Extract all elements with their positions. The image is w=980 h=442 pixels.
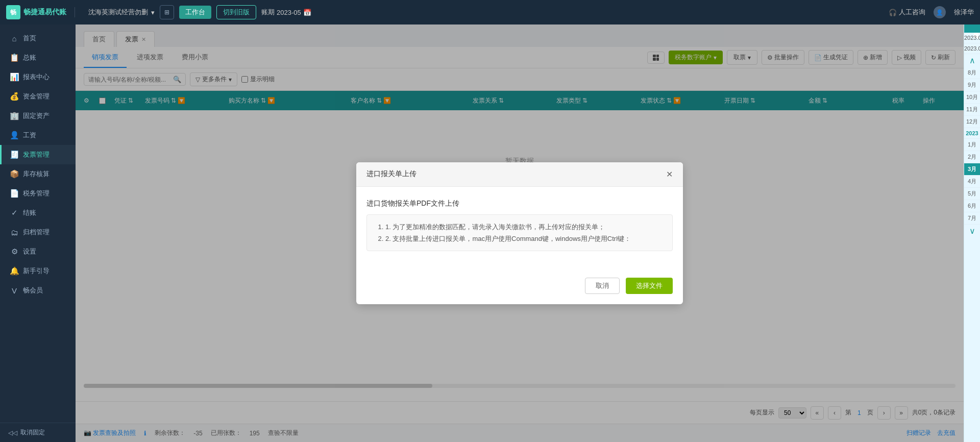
sidebar-label-inventory: 库存核算 [23,169,50,179]
period-display: 账期 2023-05 📅 [261,8,311,17]
period-9[interactable]: 9月 [964,79,980,91]
period-value: 2023-05 [277,9,301,16]
sidebar-item-home[interactable]: ⌂ 首页 [0,29,76,48]
topbar-right: 🎧 人工咨询 👤 徐泽华 [889,6,974,18]
sidebar-label-tax: 税务管理 [23,189,50,198]
sidebar-item-assets[interactable]: 🏢 固定资产 [0,106,76,126]
closing-icon: ✓ [10,208,19,217]
company-selector[interactable]: 沈海英测试经营勿删 ▾ [88,8,155,17]
period-10[interactable]: 10月 [964,91,980,104]
sidebar-item-funds[interactable]: 💰 资金管理 [0,87,76,106]
user-avatar[interactable]: 👤 [934,6,946,18]
guide-icon: 🔔 [10,266,19,276]
workspace-button[interactable]: 工作台 [179,6,211,19]
sidebar-label-invoices: 发票管理 [23,150,50,159]
modal-select-file-button[interactable]: 选择文件 [626,278,673,294]
logo-icon: 畅 [6,5,20,19]
assets-icon: 🏢 [10,111,19,120]
unpin-label: 取消固定 [20,428,45,437]
headset-icon: 🎧 [889,9,897,16]
period-up-arrow[interactable]: ∧ [964,54,980,67]
switch-version-button[interactable]: 切到旧版 [216,5,256,19]
modal-body: 进口货物报关单PDF文件上传 1. 为了更加精准的数据匹配，请先录入海关缴款书，… [356,187,683,274]
sidebar-label-guide: 新手引导 [23,266,50,276]
company-action-icon[interactable]: ⊞ [160,5,174,19]
calendar-icon[interactable]: 📅 [303,9,311,16]
pin-icon: ◁◁ [8,429,17,436]
period-year-2023[interactable]: 2023 [964,128,980,139]
modal-section-title: 进口货物报关单PDF文件上传 [366,199,673,208]
sidebar-label-settings: 设置 [23,247,36,256]
modal-footer: 取消 选择文件 [356,274,683,304]
period-down-arrow[interactable]: ∨ [964,225,980,237]
sidebar-label-reports: 报表中心 [23,72,50,82]
sidebar-label-closing: 结账 [23,208,36,217]
support-button[interactable]: 🎧 人工咨询 [889,8,925,17]
modal-title: 进口报关单上传 [366,169,416,179]
inventory-icon: 📦 [10,169,19,179]
modal-info-box: 1. 为了更加精准的数据匹配，请先录入海关缴款书，再上传对应的报关单； 2. 支… [366,214,673,252]
sidebar-item-closing[interactable]: ✓ 结账 [0,203,76,223]
modal-info-item-1: 1. 为了更加精准的数据匹配，请先录入海关缴款书，再上传对应的报关单； [385,221,664,233]
sidebar-item-guide[interactable]: 🔔 新手引导 [0,261,76,281]
sidebar-item-ledger[interactable]: 📋 总账 [0,48,76,67]
sidebar-label-funds: 资金管理 [23,92,50,101]
sidebar-label-archive: 归档管理 [23,228,50,237]
archive-icon: 🗂 [10,228,19,237]
period-3-active[interactable]: 3月 [964,163,980,176]
modal-close-button[interactable]: ✕ [666,169,673,179]
sidebar-label-ledger: 总账 [23,53,36,62]
support-label: 人工咨询 [899,8,925,17]
invoices-icon: 🧾 [10,150,19,159]
modal-header: 进口报关单上传 ✕ [356,162,683,187]
company-name: 沈海英测试经营勿删 [88,8,148,17]
sidebar-item-reports[interactable]: 📊 报表中心 [0,67,76,87]
sidebar-item-archive[interactable]: 🗂 归档管理 [0,223,76,242]
sidebar: ⌂ 首页 📋 总账 📊 报表中心 💰 资金管理 🏢 固定资产 👤 工资 🧾 发票… [0,24,76,442]
home-icon: ⌂ [10,34,19,43]
period-8[interactable]: 8月 [964,67,980,79]
sidebar-label-home: 首页 [23,34,36,43]
sidebar-item-settings[interactable]: ⚙ 设置 [0,242,76,261]
import-modal: 进口报关单上传 ✕ 进口货物报关单PDF文件上传 1. 为了更加精准的数据匹配，… [356,162,683,305]
sidebar-label-assets: 固定资产 [23,111,50,120]
sidebar-label-salary: 工资 [23,131,36,140]
sidebar-item-invoices[interactable]: 🧾 发票管理 [0,145,76,164]
user-name: 徐泽华 [954,8,974,17]
member-icon: V [10,286,19,295]
reports-icon: 📊 [10,72,19,82]
sidebar-footer-unpin[interactable]: ◁◁ 取消固定 [0,423,76,442]
period-2[interactable]: 2月 [964,151,980,163]
sidebar-item-inventory[interactable]: 📦 库存核算 [0,164,76,184]
topbar-separator [75,7,75,17]
funds-icon: 💰 [10,92,19,101]
modal-cancel-button[interactable]: 取消 [585,278,620,294]
modal-overlay: 进口报关单上传 ✕ 进口货物报关单PDF文件上传 1. 为了更加精准的数据匹配，… [76,24,964,442]
right-panel: 开票日期 2023.03 2023.03 ∧ 8月 9月 10月 11月 12月… [964,24,980,442]
sidebar-item-tax[interactable]: 📄 税务管理 [0,184,76,203]
period-12[interactable]: 12月 [964,116,980,128]
settings-icon: ⚙ [10,247,19,256]
period-2023-03-2[interactable]: 2023.03 [964,43,980,54]
topbar: 畅 畅捷通易代账 沈海英测试经营勿删 ▾ ⊞ 工作台 切到旧版 账期 2023-… [0,0,980,24]
tax-icon: 📄 [10,189,19,198]
modal-info-list: 1. 为了更加精准的数据匹配，请先录入海关缴款书，再上传对应的报关单； 2. 支… [375,221,664,245]
period-1[interactable]: 1月 [964,139,980,151]
salary-icon: 👤 [10,131,19,140]
sidebar-label-member: 畅会员 [23,286,43,295]
period-2023-03-1[interactable]: 2023.03 [964,33,980,43]
period-7[interactable]: 7月 [964,212,980,225]
period-4[interactable]: 4月 [964,176,980,188]
sidebar-item-salary[interactable]: 👤 工资 [0,126,76,145]
chevron-down-icon: ▾ [151,9,155,16]
modal-info-item-2: 2. 支持批量上传进口报关单，mac用户使用Command键，windows用户… [385,233,664,244]
sidebar-item-member[interactable]: V 畅会员 [0,281,76,300]
app-name: 畅捷通易代账 [23,8,66,17]
app-logo: 畅 畅捷通易代账 [6,5,66,19]
period-label: 账期 [261,8,275,17]
ledger-icon: 📋 [10,53,19,62]
period-11[interactable]: 11月 [964,104,980,116]
period-5[interactable]: 5月 [964,188,980,200]
right-panel-header[interactable]: 开票日期 [964,24,980,33]
period-6[interactable]: 6月 [964,200,980,212]
